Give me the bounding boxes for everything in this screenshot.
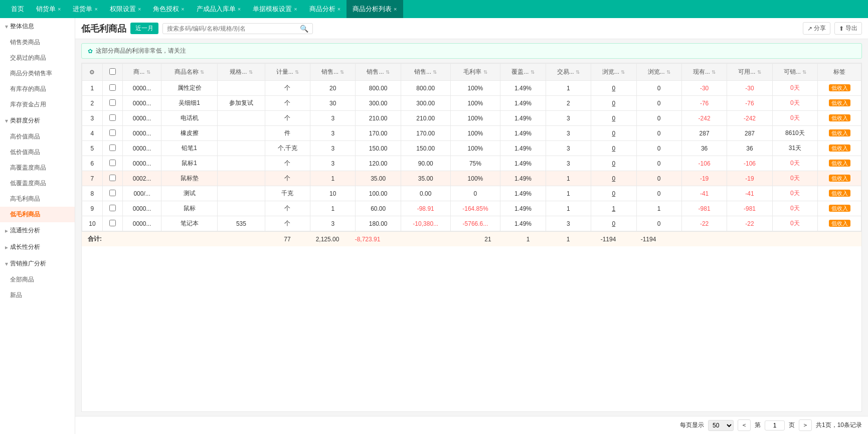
sidebar-item-in-stock[interactable]: 有库存的商品 [0,81,75,97]
close-icon[interactable]: × [394,6,397,12]
sidebar-item-sales-products[interactable]: 销售类商品 [0,35,75,50]
row-checkbox[interactable] [102,186,122,201]
sidebar-item-high-coverage[interactable]: 高覆盖度商品 [0,160,75,176]
row-checkbox[interactable] [102,201,122,216]
col-browse2[interactable]: 浏览... ⇅ [636,64,681,81]
row-checkbox[interactable] [102,141,122,156]
row-name: 属性定价 [161,81,218,96]
share-button[interactable]: ↗ 分享 [803,22,830,35]
sidebar-item-category-sales-rate[interactable]: 商品分类销售率 [0,66,75,81]
sidebar-item-high-value[interactable]: 高价值商品 [0,129,75,144]
row-checkbox[interactable] [102,111,122,126]
col-spec[interactable]: 规格... ⇅ [218,64,265,81]
row-browse1[interactable]: 0 [591,96,636,111]
row-browse1[interactable]: 0 [591,186,636,201]
row-browse1[interactable]: 0 [591,111,636,126]
col-code[interactable]: 商... ⇅ [123,64,161,81]
row-browse1[interactable]: 0 [591,81,636,96]
col-saleable[interactable]: 可销... ⇅ [772,64,817,81]
close-icon[interactable]: × [94,6,97,12]
nav-role-auth[interactable]: 角色授权 × [147,0,190,18]
row-browse1[interactable]: 0 [591,126,636,141]
sidebar-item-low-margin[interactable]: 低毛利商品 [0,207,75,222]
row-browse2: 0 [636,141,681,156]
close-icon[interactable]: × [294,6,297,12]
close-icon[interactable]: × [58,6,61,12]
row-sales3: 150.00 [401,141,450,156]
col-settings[interactable]: ⚙ [82,64,103,81]
nav-template-settings[interactable]: 单据模板设置 × [247,0,303,18]
sidebar-group-marketing[interactable]: ▾ 营销推广分析 [0,255,75,272]
col-tag[interactable]: 标签 [818,64,861,81]
col-current[interactable]: 现有... ⇅ [681,64,727,81]
row-browse1[interactable]: 0 [591,156,636,171]
nav-sales-order[interactable]: 销货单 × [30,0,67,18]
sidebar-group-cluster[interactable]: ▾ 类群度分析 [0,112,75,129]
row-tag: 低收入 [818,141,861,156]
sidebar-group-overall[interactable]: ▾ 整体信息 [0,18,75,35]
time-filter-button[interactable]: 近一月 [130,23,158,34]
sidebar-item-all-products[interactable]: 全部商品 [0,272,75,287]
prev-page-button[interactable]: ＜ [738,419,751,431]
row-checkbox[interactable] [102,126,122,141]
row-sales1: 3 [310,216,356,231]
row-saleable: 0天 [772,81,817,96]
export-button[interactable]: ⬆ 导出 [834,22,862,35]
page-size-select[interactable]: 50 100 200 [708,420,734,431]
col-sales3[interactable]: 销售... ⇅ [401,64,450,81]
col-name[interactable]: 商品名称 ⇅ [161,64,218,81]
nav-product-analysis[interactable]: 商品分析 × [303,0,346,18]
current-page-input[interactable] [765,420,785,430]
col-coverage[interactable]: 覆盖... ⇅ [500,64,546,81]
col-gross-rate[interactable]: 毛利率 ⇅ [450,64,500,81]
close-icon[interactable]: × [181,6,184,12]
row-gross-rate: 100% [450,171,500,186]
col-sales2[interactable]: 销售... ⇅ [356,64,401,81]
row-browse1[interactable]: 1 [591,201,636,216]
close-icon[interactable]: × [138,6,141,12]
row-checkbox[interactable] [102,81,122,96]
row-checkbox[interactable] [102,96,122,111]
row-browse1[interactable]: 0 [591,141,636,156]
row-current: -22 [681,216,727,231]
sidebar-item-traded-products[interactable]: 交易过的商品 [0,50,75,66]
sort-icon: ⇅ [757,69,761,75]
sidebar-item-new-products[interactable]: 新品 [0,287,75,303]
col-sales1[interactable]: 销售... ⇅ [310,64,356,81]
col-browse1[interactable]: 浏览... ⇅ [591,64,636,81]
row-name: 测试 [161,186,218,201]
row-sales2: 150.00 [356,141,401,156]
col-unit[interactable]: 计量... ⇅ [265,64,310,81]
row-checkbox[interactable] [102,171,122,186]
sidebar-item-inventory-capital[interactable]: 库存资金占用 [0,97,75,112]
nav-finished-goods[interactable]: 产成品入库单 × [191,0,247,18]
sidebar-item-low-coverage[interactable]: 低覆盖度商品 [0,176,75,191]
table-row: 8 000/... 测试 千克 10 100.00 0.00 0 1.49% 1… [82,186,861,201]
row-available: -106 [727,156,772,171]
select-all-checkbox[interactable] [109,68,116,75]
search-input[interactable] [167,25,300,32]
sidebar-item-low-value[interactable]: 低价值商品 [0,144,75,160]
next-page-button[interactable]: ＞ [799,419,812,431]
col-checkbox[interactable] [102,64,122,81]
row-browse1[interactable]: 0 [591,216,636,231]
row-checkbox[interactable] [102,216,122,231]
row-sales2: 800.00 [356,81,401,96]
nav-product-analysis-list[interactable]: 商品分析列表 × [346,0,403,18]
row-checkbox[interactable] [102,156,122,171]
nav-permission-settings[interactable]: 权限设置 × [104,0,147,18]
export-icon: ⬆ [839,25,844,32]
col-available[interactable]: 可用... ⇅ [727,64,772,81]
pagination-bar: 每页显示 50 100 200 ＜ 第 页 ＞ 共1页，10条记录 [75,416,868,434]
close-icon[interactable]: × [238,6,241,12]
row-code: 0000... [123,96,161,111]
sidebar-item-high-margin[interactable]: 高毛利商品 [0,191,75,207]
sidebar-group-liquidity[interactable]: ▸ 流通性分析 [0,222,75,239]
col-transaction[interactable]: 交易... ⇅ [546,64,591,81]
close-icon[interactable]: × [337,6,340,12]
row-browse1[interactable]: 0 [591,171,636,186]
row-coverage: 1.49% [500,186,546,201]
nav-home[interactable]: 首页 [5,0,30,18]
nav-purchase-order[interactable]: 进货单 × [67,0,103,18]
sidebar-group-growth[interactable]: ▸ 成长性分析 [0,239,75,255]
